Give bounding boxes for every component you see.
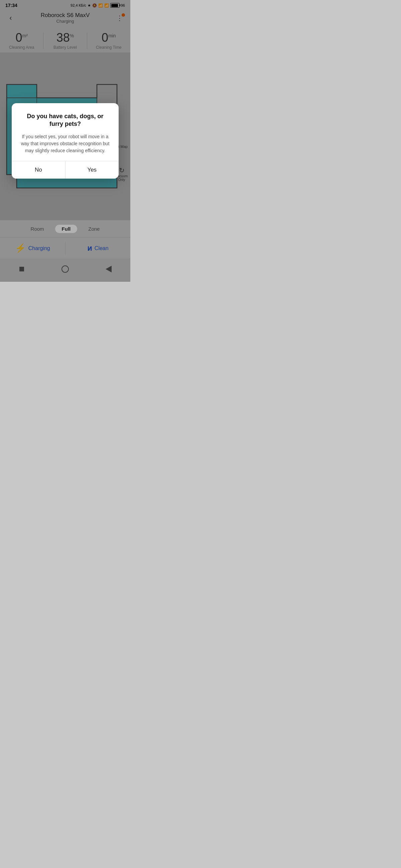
modal: Do you have cats, dogs, or furry pets? I… [12, 103, 119, 179]
yes-button[interactable]: Yes [65, 161, 119, 179]
app-container: 17:34 92,4 КБ/с ★ 🔕 📶 📶 96 ‹ Roborock S6… [0, 0, 130, 282]
modal-body: Do you have cats, dogs, or furry pets? I… [12, 103, 119, 161]
modal-overlay[interactable]: Do you have cats, dogs, or furry pets? I… [0, 0, 130, 282]
modal-actions: No Yes [12, 161, 119, 179]
modal-title: Do you have cats, dogs, or furry pets? [20, 113, 111, 128]
modal-description: If you select yes, your robot will move … [20, 133, 111, 154]
no-button[interactable]: No [12, 161, 65, 179]
